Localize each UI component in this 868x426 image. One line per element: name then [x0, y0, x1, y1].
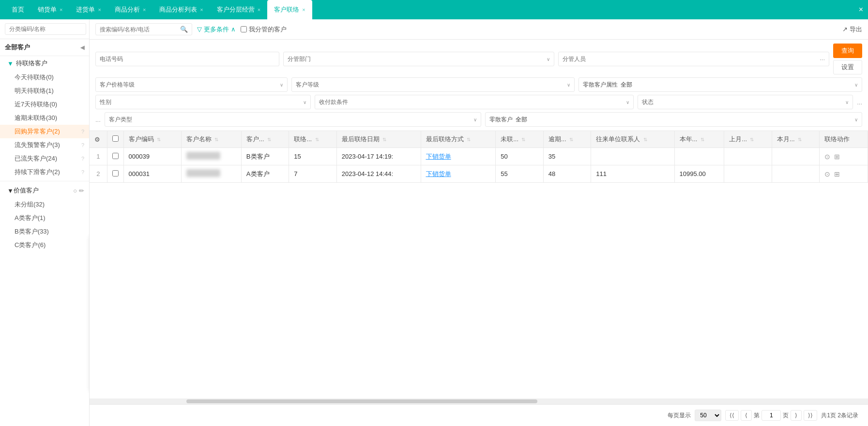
person-field[interactable]: 分管人员 ··· [558, 52, 829, 66]
nav-sales-order-close[interactable]: × [60, 7, 62, 13]
set-button[interactable]: 设置 [833, 60, 862, 74]
th-current-month[interactable]: 本月... ⇅ [772, 131, 820, 148]
sidebar-item-tomorrow[interactable]: 明天待联络(1) [0, 84, 89, 98]
nav-product-analysis-close[interactable]: × [143, 7, 146, 13]
row-checkbox-2[interactable] [107, 165, 123, 183]
sidebar-item-c-class[interactable]: C类客户(6) [0, 238, 89, 252]
sort-code-icon[interactable]: ⇅ [157, 137, 161, 142]
nav-product-analysis-list[interactable]: 商品分析列表 × [152, 0, 210, 19]
prev-page-btn[interactable]: ⟨ [741, 410, 752, 421]
more-action-icon-1[interactable]: ⊞ [834, 153, 840, 161]
phone-field[interactable]: 电话号码 [95, 52, 279, 66]
th-contact-person[interactable]: 往来单位联系人 ⇅ [591, 131, 674, 148]
sidebar-item-7days[interactable]: 近7天待联络(0) [0, 98, 89, 111]
nav-customer-contact-close[interactable]: × [302, 7, 305, 13]
per-page-select[interactable]: 50 100 200 [695, 410, 721, 421]
customer-type-field[interactable]: 客户类型 ∨ [105, 112, 482, 127]
dept-field[interactable]: 分管部门 ∨ [283, 52, 554, 66]
horizontal-scrollbar[interactable] [90, 398, 868, 404]
row-method-1[interactable]: 下销货单 [421, 148, 496, 165]
declining-help-icon[interactable]: ? [81, 169, 84, 175]
th-customer-type[interactable]: 客户... ⇅ [241, 131, 289, 148]
sidebar-item-a-class[interactable]: A类客户(1) [0, 211, 89, 225]
select-all-checkbox[interactable] [112, 135, 119, 142]
nav-product-analysis[interactable]: 商品分析 × [108, 0, 152, 19]
th-last-date[interactable]: 最后联络日期 ⇅ [336, 131, 421, 148]
sort-date-icon[interactable]: ⇅ [382, 137, 386, 142]
query-button[interactable]: 查询 [833, 44, 862, 58]
sidebar-group-pending[interactable]: ▼ 待联络客户 [0, 56, 89, 71]
refresh-icon[interactable]: ○ [73, 187, 77, 194]
export-btn[interactable]: ↗ 导出 [842, 25, 862, 34]
row-2-checkbox[interactable] [112, 170, 119, 176]
sort-method-icon[interactable]: ⇅ [467, 137, 471, 142]
row-checkbox-1[interactable] [107, 148, 123, 165]
sort-name-icon[interactable]: ⇅ [214, 137, 218, 142]
churn-warning-help-icon[interactable]: ? [81, 142, 84, 148]
sidebar-item-churned[interactable]: 已流失客户(24) ? [0, 152, 89, 165]
person-more-icon[interactable]: ··· [820, 56, 825, 63]
sort-year-icon[interactable]: ⇅ [700, 137, 704, 142]
th-overdue[interactable]: 逾期... ⇅ [543, 131, 591, 148]
contact-icon-1[interactable]: ⊙ [824, 153, 830, 161]
first-page-btn[interactable]: ⟨⟨ [725, 410, 739, 421]
sidebar-item-b-class[interactable]: B类客户(33) [0, 225, 89, 238]
th-code[interactable]: 客户编码 ⇅ [123, 131, 181, 148]
scroll-thumb[interactable] [186, 399, 537, 403]
close-all-tabs[interactable]: × [859, 5, 863, 14]
customer-level-field[interactable]: 客户等级 ∨ [291, 77, 575, 92]
sidebar-item-today[interactable]: 今天待联络(0) [0, 71, 89, 84]
th-last-month[interactable]: 上月... ⇅ [724, 131, 772, 148]
retail-attr-field[interactable]: 零散客户属性 全部 ∨ [579, 77, 862, 92]
sort-type-icon[interactable]: ⇅ [267, 137, 271, 142]
nav-sales-order[interactable]: 销货单 × [31, 0, 69, 19]
sidebar-item-ungrouped[interactable]: 未分组(32) [0, 198, 89, 211]
th-last-method[interactable]: 最后联络方式 ⇅ [421, 131, 496, 148]
settings-icon[interactable]: ⚙ [94, 136, 100, 143]
nav-home[interactable]: 首页 [5, 0, 31, 19]
edit-icon[interactable]: ✏ [79, 187, 84, 194]
contact-icon-2[interactable]: ⊙ [824, 170, 830, 178]
sidebar-item-declining[interactable]: 持续下滑客户(2) ? [0, 165, 89, 179]
sort-current-month-icon[interactable]: ⇅ [798, 137, 802, 142]
status-field[interactable]: 状态 ∨ [638, 95, 853, 109]
sort-contact-icon[interactable]: ⇅ [315, 137, 319, 142]
sort-person-icon[interactable]: ⇅ [643, 137, 647, 142]
th-name[interactable]: 客户名称 ⇅ [181, 131, 241, 148]
more-btn-row4-left[interactable]: ... [95, 116, 101, 123]
nav-purchase-order-close[interactable]: × [98, 7, 101, 13]
nav-product-analysis-list-close[interactable]: × [200, 7, 203, 13]
sort-overdue-icon[interactable]: ⇅ [569, 137, 573, 142]
row-method-2[interactable]: 下销货单 [421, 165, 496, 183]
sidebar-item-overdue[interactable]: 逾期未联络(30) [0, 111, 89, 125]
more-filters-btn[interactable]: ▽ 更多条件 ∧ [197, 25, 236, 34]
row-1-checkbox[interactable] [112, 153, 119, 159]
more-action-icon-2[interactable]: ⊞ [834, 170, 840, 178]
filter-search-input[interactable] [100, 26, 178, 33]
nav-purchase-order[interactable]: 进货单 × [69, 0, 107, 19]
nav-customer-tier-close[interactable]: × [258, 7, 260, 13]
sidebar-collapse-icon[interactable]: ◀ [80, 44, 84, 51]
filter-search-icon[interactable]: 🔍 [180, 26, 188, 33]
last-page-btn[interactable]: ⟩⟩ [804, 410, 817, 421]
all-customers-header[interactable]: 全部客户 ◀ [0, 39, 89, 56]
th-contact-count[interactable]: 联络... ⇅ [289, 131, 337, 148]
retail-customer-field[interactable]: 零散客户 全部 ∨ [485, 112, 862, 127]
th-checkbox[interactable] [107, 131, 123, 148]
sidebar-item-repurchase-abnormal[interactable]: 回购异常客户(2) ? [0, 125, 89, 138]
th-settings[interactable]: ⚙ [90, 131, 107, 148]
more-btn-row3[interactable]: ... [857, 99, 862, 106]
sidebar-item-churn-warning[interactable]: 流失预警客户(3) ? [0, 138, 89, 152]
th-uncontacted[interactable]: 未联... ⇅ [496, 131, 544, 148]
churned-help-icon[interactable]: ? [81, 156, 84, 162]
nav-customer-contact[interactable]: 客户联络 × [267, 0, 312, 19]
sidebar-value-customers-header[interactable]: ▼ 价值客户 ○ ✏ [0, 183, 89, 198]
repurchase-help-icon[interactable]: ? [81, 129, 84, 134]
gender-field[interactable]: 性别 ∨ [95, 95, 311, 109]
nav-customer-tier[interactable]: 客户分层经营 × [210, 0, 267, 19]
next-page-btn[interactable]: ⟩ [791, 410, 802, 421]
payment-field[interactable]: 收付款条件 ∨ [315, 95, 634, 109]
my-customers-checkbox[interactable] [241, 26, 247, 32]
page-input[interactable] [761, 410, 781, 421]
th-current-year[interactable]: 本年... ⇅ [674, 131, 724, 148]
